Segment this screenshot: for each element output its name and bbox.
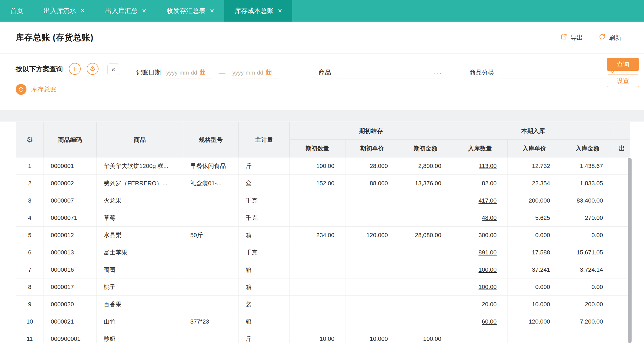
cell-idx: 5 <box>16 227 44 244</box>
cell-code: 0000016 <box>44 261 97 278</box>
table-body: 10000001华美华夫软饼1200g 糕...早餐休闲食品斤100.0028.… <box>16 157 630 343</box>
cell-in_amount: 0.00 <box>561 278 614 296</box>
cell-in_amount: 7,200.00 <box>561 313 614 330</box>
date-start-input[interactable] <box>166 69 212 79</box>
cell-open_qty <box>290 209 345 227</box>
cell-idx: 2 <box>16 175 44 192</box>
in-qty-link[interactable]: 48.00 <box>482 214 497 221</box>
cell-in_qty: 417.00 <box>452 192 508 209</box>
group-inbound: 本期入库 <box>452 122 614 140</box>
tab-label: 出入库流水 <box>44 6 76 15</box>
in-qty-link[interactable]: 100.00 <box>479 284 497 290</box>
cell-unit: 箱 <box>239 227 290 244</box>
column-settings-button[interactable]: ⚙ <box>16 122 44 157</box>
product-filter-input[interactable]: ··· <box>337 70 442 79</box>
cell-in_amount: 83,400.00 <box>561 192 614 209</box>
collapse-panel-button[interactable]: « <box>107 63 119 75</box>
scheme-settings-button[interactable]: ⚙ <box>87 63 99 75</box>
date-end-field[interactable] <box>232 69 265 76</box>
gear-icon: ⚙ <box>90 65 96 73</box>
in-qty-link[interactable]: 417.00 <box>479 197 497 204</box>
col-code: 商品编码 <box>44 122 97 157</box>
scheme-item-label: 库存总账 <box>31 85 57 94</box>
cell-code: 00000071 <box>44 209 97 227</box>
table-row: 60000013富士苹果千克891.0017.58815,671.05 <box>16 244 630 261</box>
date-start-field[interactable] <box>166 69 199 76</box>
content-gap <box>0 110 644 122</box>
tab-close-icon[interactable]: × <box>142 7 146 15</box>
export-button[interactable]: 导出 <box>560 33 583 42</box>
export-icon <box>560 33 567 42</box>
tab-item-3[interactable]: 收发存汇总表× <box>157 0 225 22</box>
cell-open_price <box>345 296 399 313</box>
cell-open_amount <box>399 261 452 278</box>
in-qty-link[interactable]: 113.00 <box>479 163 497 169</box>
tab-label: 出入库汇总 <box>105 6 138 15</box>
cell-idx: 4 <box>16 209 44 227</box>
cell-in_qty: 20.00 <box>452 296 508 313</box>
refresh-label: 刷新 <box>609 33 621 42</box>
vertical-scrollbar[interactable] <box>628 158 632 343</box>
cell-spec: 早餐休闲食品 <box>183 157 239 175</box>
cell-code: 0000001 <box>44 157 97 175</box>
cell-unit: 千克 <box>239 192 290 209</box>
scheme-item-inventory-ledger[interactable]: 库存总账 <box>16 84 113 95</box>
cell-open_qty <box>290 244 345 261</box>
cell-in_price: 22.354 <box>508 175 561 192</box>
cell-open_amount: 100.00 <box>399 330 452 343</box>
tab-item-2[interactable]: 出入库汇总× <box>95 0 157 22</box>
cell-open_price: 88.000 <box>345 175 399 192</box>
table-row: 20000002费列罗（FERRERO）...礼盒装01-...盒152.008… <box>16 175 630 192</box>
group-opening-balance: 期初结存 <box>290 122 452 140</box>
cell-name: 山竹 <box>97 313 183 330</box>
calendar-icon[interactable] <box>199 69 206 76</box>
cell-unit: 箱 <box>239 278 290 296</box>
cell-in_amount: 270.00 <box>561 209 614 227</box>
cell-open_amount: 28,080.00 <box>399 227 452 244</box>
refresh-button[interactable]: 刷新 <box>599 33 621 42</box>
query-button[interactable]: 查询 <box>607 58 639 71</box>
cell-in_price: 17.588 <box>508 244 561 261</box>
cell-unit: 盒 <box>239 175 290 192</box>
in-qty-link[interactable]: 82.00 <box>482 180 497 187</box>
in-qty-link[interactable]: 100.00 <box>479 266 497 273</box>
product-field[interactable] <box>337 70 434 76</box>
cell-open_qty: 152.00 <box>290 175 345 192</box>
cell-code: 000900001 <box>44 330 97 343</box>
category-field[interactable] <box>500 69 609 75</box>
cell-in_amount: 3,724.14 <box>561 261 614 278</box>
page-title: 库存总账 (存货总账) <box>16 32 93 43</box>
table-row: 11000900001酸奶斤10.0010.000100.00 <box>16 330 630 343</box>
cell-in_price: 200.000 <box>508 192 561 209</box>
filter-panel: 按以下方案查询 + ⚙ 库存总账 « 记账日期 — <box>0 53 644 110</box>
in-qty-link[interactable]: 891.00 <box>479 249 497 256</box>
cell-name: 酸奶 <box>97 330 183 343</box>
refresh-icon <box>599 33 606 42</box>
ellipsis-picker-icon[interactable]: ··· <box>434 71 442 75</box>
in-qty-link[interactable]: 60.00 <box>482 318 497 325</box>
date-end-input[interactable] <box>232 69 278 79</box>
cell-open_price: 120.000 <box>345 227 399 244</box>
tab-close-icon[interactable]: × <box>210 7 214 15</box>
in-qty-link[interactable]: 20.00 <box>482 301 497 308</box>
table-row: 70000016葡萄箱100.0037.2413,724.14 <box>16 261 630 278</box>
cell-open_amount <box>399 296 452 313</box>
calendar-icon[interactable] <box>265 69 272 76</box>
cell-in_amount: 15,671.05 <box>561 244 614 261</box>
cell-open_price <box>345 261 399 278</box>
col-open-price: 期初单价 <box>345 140 399 157</box>
category-filter-select[interactable] <box>500 68 616 79</box>
tab-item-1[interactable]: 出入库流水× <box>33 0 95 22</box>
cell-in_qty: 100.00 <box>452 261 508 278</box>
cell-spec: 50斤 <box>183 227 239 244</box>
tab-item-0[interactable]: 首页 <box>0 0 33 22</box>
tab-close-icon[interactable]: × <box>80 7 85 15</box>
tab-item-4[interactable]: 库存成本总账× <box>224 0 292 22</box>
add-scheme-button[interactable]: + <box>69 63 81 75</box>
cell-idx: 9 <box>16 296 44 313</box>
settings-button[interactable]: 设置 <box>607 75 639 87</box>
in-qty-link[interactable]: 300.00 <box>479 232 497 238</box>
col-in-price: 入库单价 <box>508 140 561 157</box>
tab-close-icon[interactable]: × <box>278 7 282 15</box>
group-outbound-partial <box>614 122 630 140</box>
